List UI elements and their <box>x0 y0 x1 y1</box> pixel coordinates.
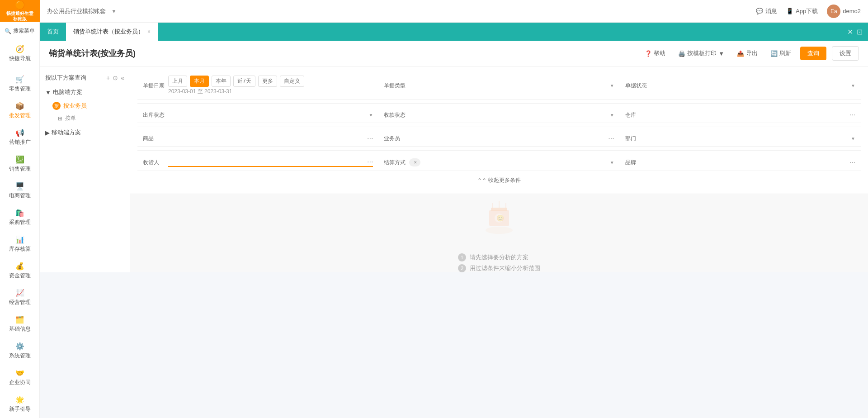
tab-close-all-button[interactable]: ✕ <box>847 28 853 36</box>
help-icon: ❓ <box>645 50 652 57</box>
payment-select[interactable]: × ▼ <box>409 158 614 166</box>
date-btn-this-year[interactable]: 本年 <box>212 76 231 87</box>
scheme-group-mobile-header[interactable]: ▶ 移动端方案 <box>40 126 130 139</box>
brand-dots[interactable]: ··· <box>849 158 855 166</box>
search-label: 搜索菜单 <box>13 27 35 35</box>
out-status-select[interactable]: ▼ <box>168 113 373 118</box>
edit-scheme-icon[interactable]: ⊙ <box>113 74 118 81</box>
purchase-icon: 🛍️ <box>15 209 24 217</box>
filter-cell-payment: 结算方式 × ▼ <box>378 154 619 171</box>
operation-icon: 📈 <box>15 289 24 297</box>
collect-status-arrow-icon: ▼ <box>610 113 614 118</box>
empty-hints: 1 请先选择要分析的方案 2 用过滤条件来缩小分析范围 <box>458 253 540 272</box>
topbar-dropdown-icon[interactable]: ▼ <box>111 8 117 14</box>
hint-num-2: 2 <box>458 264 466 272</box>
settings-label: 设置 <box>840 49 851 57</box>
search-menu-button[interactable]: 🔍 搜索菜单 <box>4 25 36 37</box>
sidebar-item-retail[interactable]: 🛒 零售管理 <box>0 71 39 97</box>
sidebar-item-purchase[interactable]: 🛍️ 采购管理 <box>0 204 39 231</box>
sidebar-item-wholesale[interactable]: 📦 批发管理 <box>0 97 39 124</box>
sidebar-item-system[interactable]: ⚙️ 系统管理 <box>0 337 39 364</box>
scheme-group-desktop-header[interactable]: ▼ 电脑端方案 <box>40 86 130 99</box>
left-panel-title: 按以下方案查询 <box>45 74 86 82</box>
warehouse-dots[interactable]: ··· <box>849 111 855 119</box>
collect-status-select[interactable]: ▼ <box>409 113 614 118</box>
doc-type-select[interactable]: ▼ <box>409 83 614 88</box>
dept-arrow-icon: ▼ <box>851 136 855 141</box>
tab-sales-report[interactable]: 销货单统计表（按业务员） × <box>66 23 158 41</box>
search-section: 🔍 搜索菜单 <box>0 22 39 40</box>
sidebar-item-basic[interactable]: 🗂️ 基础信息 <box>0 311 39 337</box>
scheme-item-salesman-label: 按业务员 <box>63 102 87 110</box>
sidebar-item-quick-nav[interactable]: 🧭 快捷导航 <box>0 40 39 67</box>
date-filter-label: 单据日期 <box>143 82 168 90</box>
salesman-input[interactable]: ··· <box>409 134 614 142</box>
query-button[interactable]: 查询 <box>800 47 826 60</box>
goods-input[interactable]: ··· <box>168 134 373 142</box>
collapse-panel-icon[interactable]: « <box>121 74 124 81</box>
collapse-icon: ▶ <box>45 129 50 136</box>
empty-icon: 😊 <box>476 194 522 248</box>
search-icon: 🔍 <box>5 28 11 34</box>
dept-label: 部门 <box>625 135 651 142</box>
dept-select[interactable]: ▼ <box>651 136 855 141</box>
tab-home[interactable]: 首页 <box>40 23 66 41</box>
add-scheme-icon[interactable]: + <box>106 74 110 81</box>
page-title: 销货单统计表(按业务员) <box>49 48 136 59</box>
doc-status-select[interactable]: ▼ <box>651 83 855 88</box>
message-button[interactable]: 💬 消息 <box>756 7 777 15</box>
scheme-group-mobile: ▶ 移动端方案 <box>40 125 130 140</box>
scheme-item-salesman[interactable]: 按 按业务员 <box>40 99 130 113</box>
filter-cell-out-status: 出库状态 ▼ <box>137 107 378 123</box>
receiver-label: 收货人 <box>143 159 168 166</box>
salesman-label: 业务员 <box>384 135 409 142</box>
export-button[interactable]: 📤 导出 <box>733 48 761 59</box>
warehouse-input[interactable]: ··· <box>651 111 855 119</box>
payment-clear-icon[interactable]: × <box>414 159 417 166</box>
template-print-button[interactable]: 🖨️ 按模板打印 ▼ <box>675 48 728 59</box>
date-btn-last-month[interactable]: 上月 <box>168 76 187 87</box>
receiver-dots[interactable]: ··· <box>367 158 373 166</box>
sidebar-item-finance[interactable]: 💰 资金管理 <box>0 257 39 284</box>
sidebar-label-cooperation: 企业协同 <box>9 379 31 386</box>
tabbar: 首页 销货单统计表（按业务员） × ✕ ⊡ <box>40 23 868 41</box>
help-button[interactable]: ❓ 帮助 <box>641 48 669 59</box>
payment-clear-tag[interactable]: × <box>409 158 420 166</box>
doc-type-arrow-icon: ▼ <box>610 83 614 88</box>
sidebar-item-sales[interactable]: 💹 销售管理 <box>0 151 39 177</box>
export-label: 导出 <box>746 49 758 57</box>
date-btn-this-month[interactable]: 本月 <box>190 76 209 87</box>
marketing-icon: 📢 <box>15 128 24 137</box>
sidebar-item-inventory[interactable]: 📊 库存核算 <box>0 231 39 257</box>
svg-point-0 <box>486 227 513 234</box>
receiver-input[interactable]: ··· <box>168 158 373 167</box>
scheme-sub-order[interactable]: ⊞ 按单 <box>40 113 130 124</box>
finance-icon: 💰 <box>15 262 24 271</box>
avatar-text: Ea <box>830 8 837 14</box>
filter-cell-dept: 部门 ▼ <box>620 131 861 147</box>
refresh-button[interactable]: 🔄 刷新 <box>767 48 795 59</box>
brand-input[interactable]: ··· <box>651 158 855 166</box>
left-panel-header: 按以下方案查询 + ⊙ « <box>40 71 130 85</box>
date-btn-more[interactable]: 更多 <box>258 76 277 87</box>
collapse-button[interactable]: ⌃⌃ 收起更多条件 <box>477 176 521 184</box>
tab-maximize-button[interactable]: ⊡ <box>857 28 863 36</box>
date-btn-custom[interactable]: 自定义 <box>280 76 304 87</box>
goods-dots[interactable]: ··· <box>367 134 373 142</box>
sidebar-item-marketing[interactable]: 📢 营销推广 <box>0 124 39 151</box>
sidebar-item-ecommerce[interactable]: 🖥️ 电商管理 <box>0 177 39 204</box>
collapse-label: 收起更多条件 <box>488 176 521 184</box>
salesman-dots[interactable]: ··· <box>608 134 614 142</box>
tab-close-icon[interactable]: × <box>147 28 151 35</box>
sidebar-label-wholesale: 批发管理 <box>9 112 31 119</box>
sidebar-item-operation[interactable]: 📈 经营管理 <box>0 284 39 311</box>
sidebar: 🟠 畅捷通好生意标账版 🔍 搜索菜单 🧭 快捷导航 🛒 零售管理 📦 批发管理 … <box>0 0 40 418</box>
sidebar-item-newbie[interactable]: 🌟 新手引导 <box>0 391 39 418</box>
user-profile[interactable]: Ea demo2 <box>827 5 861 18</box>
sidebar-item-cooperation[interactable]: 🤝 企业协同 <box>0 364 39 391</box>
date-btn-last-7days[interactable]: 近7天 <box>233 76 255 87</box>
date-filter-controls: 上月 本月 本年 近7天 更多 自定义 2023-03-01 至 2023-03… <box>168 76 373 95</box>
settings-button[interactable]: 设置 <box>832 46 859 61</box>
hint-text-2: 用过滤条件来缩小分析范围 <box>470 264 540 272</box>
app-download-button[interactable]: 📱 App下载 <box>786 7 818 15</box>
